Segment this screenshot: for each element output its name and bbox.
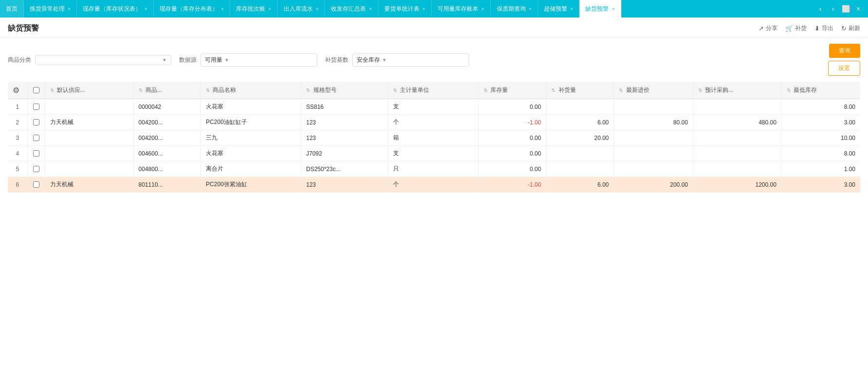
row-checkbox-6[interactable] <box>27 177 45 193</box>
nav-next-button[interactable]: › <box>827 3 839 15</box>
row-checkbox-4[interactable] <box>27 146 45 161</box>
close-overstock-tab[interactable]: × <box>570 6 573 12</box>
tab-batch-account-label: 库存批次账 <box>236 5 265 13</box>
share-action[interactable]: ↗ 分享 <box>759 24 778 33</box>
tab-shortage[interactable]: 缺货预警 × <box>579 0 621 18</box>
tab-home[interactable]: 首页 <box>0 0 24 18</box>
gear-icon[interactable]: ⚙ <box>13 86 19 94</box>
nav-prev-button[interactable]: ‹ <box>814 3 826 15</box>
col-product-code-label: 商品... <box>145 87 162 93</box>
tab-receive-summary[interactable]: 收发存汇总表 × <box>325 0 378 18</box>
replenish-base-filter-group: 补货基数 安全库存 ▼ <box>325 53 469 67</box>
row-product-name-2: PC200油缸缸子 <box>201 115 301 130</box>
replenish-base-select-arrow: ▼ <box>382 57 387 63</box>
col-supplier[interactable]: 默认供应... <box>45 82 133 99</box>
close-order-stats-tab[interactable]: × <box>422 6 425 12</box>
tab-available-ledger[interactable]: 可用量库存账本 × <box>432 0 490 18</box>
row-min-stock-4: 8.00 <box>781 146 860 161</box>
datasource-filter-group: 数据源 可用量 ▼ <box>179 53 317 67</box>
row-select-4[interactable] <box>33 150 39 157</box>
row-supplier-6: 力天机械 <box>45 177 133 193</box>
row-checkbox-1[interactable] <box>27 99 45 115</box>
filter-area: 商品分类 ▼ 数据源 可用量 ▼ 补货基数 安全库存 ▼ 查询 设置 <box>0 38 868 82</box>
row-checkbox-2[interactable] <box>27 115 45 130</box>
row-product-name-4: 火花塞 <box>201 146 301 161</box>
table-header-row: ⚙ 默认供应... 商品... 商品名称 <box>8 82 860 99</box>
category-select[interactable]: ▼ <box>35 55 171 65</box>
tab-inventory-dist[interactable]: 现存量（库存分布表） × <box>154 0 230 18</box>
export-action[interactable]: ⬇ 导出 <box>814 24 833 33</box>
row-unit-2: 个 <box>388 115 479 130</box>
row-select-2[interactable] <box>33 119 39 125</box>
replenish-base-select[interactable]: 安全库存 ▼ <box>352 53 469 67</box>
row-product-name-5: 离合片 <box>201 161 301 177</box>
row-num-5: 5 <box>8 161 27 177</box>
row-product-code-6: 801110... <box>133 177 201 193</box>
category-filter-group: 商品分类 ▼ <box>8 55 171 65</box>
row-unit-4: 支 <box>388 146 479 161</box>
refresh-action[interactable]: ↻ 刷新 <box>841 24 860 33</box>
tab-inventory-status[interactable]: 现存量（库存状况表） × <box>77 0 153 18</box>
close-expiry-query-tab[interactable]: × <box>529 6 532 12</box>
row-latest-price-5 <box>614 161 693 177</box>
page-title: 缺货预警 <box>8 23 39 34</box>
row-min-stock-6: 3.00 <box>781 177 860 193</box>
table-container: ⚙ 默认供应... 商品... 商品名称 <box>0 82 868 193</box>
col-product-code[interactable]: 商品... <box>133 82 201 99</box>
close-available-ledger-tab[interactable]: × <box>481 6 484 12</box>
close-inout-flow-tab[interactable]: × <box>316 6 319 12</box>
row-select-5[interactable] <box>33 166 39 172</box>
col-unit[interactable]: 主计量单位 <box>388 82 479 99</box>
col-min-stock[interactable]: 最低库存 <box>781 82 860 99</box>
close-inventory-status-tab[interactable]: × <box>144 6 147 12</box>
row-est-purchase-1 <box>693 99 781 115</box>
nav-restore-button[interactable]: ⬜ <box>840 3 851 15</box>
tab-expiry-query[interactable]: 保质期查询 × <box>491 0 538 18</box>
close-exception-tab[interactable]: × <box>68 6 71 12</box>
col-gear[interactable]: ⚙ <box>8 82 27 99</box>
row-select-3[interactable] <box>33 135 39 141</box>
header-actions: ↗ 分享 🛒 补货 ⬇ 导出 ↻ 刷新 <box>759 24 860 33</box>
setting-button[interactable]: 设置 <box>828 61 860 76</box>
tab-order-stats-label: 要货单统计表 <box>384 5 419 13</box>
row-est-purchase-4 <box>693 146 781 161</box>
close-batch-account-tab[interactable]: × <box>268 6 271 12</box>
row-supplier-1 <box>45 99 133 115</box>
replenish-action[interactable]: 🛒 补货 <box>785 24 807 33</box>
row-stock-5: 0.00 <box>479 161 546 177</box>
row-product-code-2: 004200... <box>133 115 201 130</box>
query-button[interactable]: 查询 <box>829 44 860 58</box>
row-product-code-5: 004800... <box>133 161 201 177</box>
col-stock[interactable]: 库存量 <box>479 82 546 99</box>
tab-available-ledger-label: 可用量库存账本 <box>437 5 478 13</box>
select-all-checkbox[interactable] <box>33 87 39 93</box>
row-product-code-4: 004600... <box>133 146 201 161</box>
tab-order-stats[interactable]: 要货单统计表 × <box>379 0 432 18</box>
row-spec-4: J7092 <box>301 146 388 161</box>
datasource-select[interactable]: 可用量 ▼ <box>200 53 317 67</box>
tab-overstock[interactable]: 超储预警 × <box>538 0 579 18</box>
row-select-6[interactable] <box>33 181 39 188</box>
tab-inout-flow[interactable]: 出入库流水 × <box>278 0 325 18</box>
share-icon: ↗ <box>759 25 764 32</box>
tab-batch-account[interactable]: 库存批次账 × <box>230 0 277 18</box>
col-latest-price[interactable]: 最新进价 <box>614 82 693 99</box>
col-est-purchase[interactable]: 预计采购... <box>693 82 781 99</box>
close-shortage-tab[interactable]: × <box>612 6 615 12</box>
close-inventory-dist-tab[interactable]: × <box>221 6 224 12</box>
row-unit-5: 只 <box>388 161 479 177</box>
col-spec[interactable]: 规格型号 <box>301 82 388 99</box>
category-select-arrow: ▼ <box>162 57 167 63</box>
col-replenish[interactable]: 补货量 <box>546 82 614 99</box>
row-select-1[interactable] <box>33 104 39 110</box>
nav-close-button[interactable]: × <box>852 3 864 15</box>
tab-expiry-query-label: 保质期查询 <box>497 5 526 13</box>
row-checkbox-5[interactable] <box>27 161 45 177</box>
tab-exception[interactable]: 拣货异常处理 × <box>24 0 77 18</box>
close-receive-summary-tab[interactable]: × <box>369 6 372 12</box>
page-header: 缺货预警 ↗ 分享 🛒 补货 ⬇ 导出 ↻ 刷新 <box>0 18 868 38</box>
row-product-name-6: PC200张紧油缸 <box>201 177 301 193</box>
col-product-name[interactable]: 商品名称 <box>201 82 301 99</box>
table-row: 6 力天机械 801110... PC200张紧油缸 123 个 -1.00 6… <box>8 177 860 193</box>
row-checkbox-3[interactable] <box>27 130 45 146</box>
